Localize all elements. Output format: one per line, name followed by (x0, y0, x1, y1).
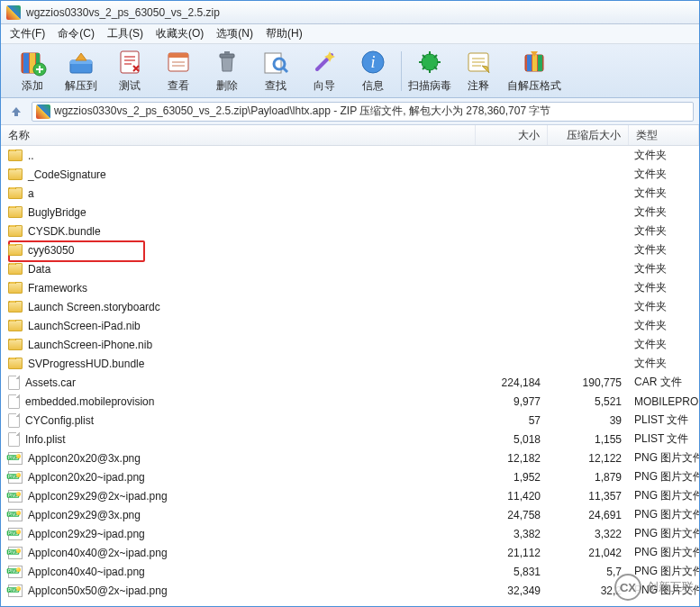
file-row[interactable]: _CodeSignature文件夹 (1, 165, 699, 184)
tool-info[interactable]: i 信息 (349, 44, 397, 97)
menu-favorites[interactable]: 收藏夹(O) (150, 24, 209, 43)
menu-help[interactable]: 帮助(H) (260, 24, 308, 43)
col-name[interactable]: 名称 (1, 125, 476, 145)
file-row[interactable]: AppIcon40x40@2x~ipad.png21,11221,042PNG … (1, 543, 699, 562)
file-type: 文件夹 (629, 167, 699, 182)
file-row[interactable]: BuglyBridge文件夹 (1, 203, 699, 222)
extract-icon (67, 48, 95, 77)
file-row[interactable]: AppIcon29x29@2x~ipad.png11,42011,357PNG … (1, 486, 699, 505)
file-row[interactable]: AppIcon20x20@3x.png12,18212,122PNG 图片文件 (1, 448, 699, 467)
file-list: ..文件夹_CodeSignature文件夹a文件夹BuglyBridge文件夹… (1, 146, 699, 600)
file-name: SVProgressHUD.bundle (28, 358, 144, 370)
tool-sfx-label: 自解压格式 (507, 78, 561, 94)
file-size: 11,420 (476, 490, 548, 503)
menu-tools[interactable]: 工具(S) (102, 24, 149, 43)
tool-virusscan[interactable]: 扫描病毒 (405, 44, 454, 97)
file-name: AppIcon29x29@2x~ipad.png (28, 490, 168, 503)
file-name: AppIcon40x40~ipad.png (28, 566, 145, 578)
file-size: 57 (476, 414, 548, 427)
file-name: AppIcon20x20@3x.png (28, 452, 141, 465)
svg-rect-20 (532, 55, 537, 71)
file-row[interactable]: cyy63050文件夹 (1, 240, 699, 259)
file-name: Frameworks (28, 282, 87, 294)
png-icon (8, 547, 23, 559)
file-type: 文件夹 (629, 148, 699, 163)
virus-icon (415, 48, 444, 77)
tool-view[interactable]: 查看 (154, 44, 203, 97)
file-row[interactable]: LaunchScreen-iPhone.nib文件夹 (1, 335, 699, 354)
folder-icon (8, 225, 23, 237)
file-row[interactable]: AppIcon50x50@2x~ipad.png32,34932,2PNG 图片… (1, 581, 699, 600)
tool-delete[interactable]: 删除 (203, 44, 251, 97)
menu-commands[interactable]: 命令(C) (52, 24, 100, 43)
file-row[interactable]: Data文件夹 (1, 259, 699, 278)
path-bar: wgzzios0330vs_2_ps_63050_vs_2.5.zip\Payl… (1, 98, 699, 125)
up-button[interactable] (6, 102, 26, 122)
file-packed: 190,775 (548, 376, 629, 389)
svg-rect-9 (168, 53, 188, 58)
file-type: PLIST 文件 (629, 412, 699, 428)
file-row[interactable]: CYConfig.plist5739PLIST 文件 (1, 411, 699, 430)
file-type: PNG 图片文件 (629, 526, 699, 541)
file-row[interactable]: AppIcon40x40~ipad.png5,8315,7PNG 图片文件 (1, 562, 699, 581)
folder-icon (8, 149, 23, 161)
file-size: 1,952 (476, 471, 548, 484)
file-packed: 24,691 (548, 509, 629, 521)
file-packed: 21,042 (548, 547, 629, 559)
file-row[interactable]: Info.plist5,0181,155PLIST 文件 (1, 430, 699, 448)
tool-comment[interactable]: 注释 (454, 44, 503, 97)
tool-add[interactable]: 添加 (8, 44, 57, 97)
png-icon (8, 490, 23, 503)
file-icon (8, 394, 20, 409)
file-row[interactable]: ..文件夹 (1, 146, 699, 165)
tool-virus-label: 扫描病毒 (408, 78, 451, 94)
file-name: Launch Screen.storyboardc (28, 301, 160, 313)
file-row[interactable]: Launch Screen.storyboardc文件夹 (1, 297, 699, 316)
view-icon (164, 48, 193, 77)
tool-add-label: 添加 (22, 78, 43, 94)
file-row[interactable]: AppIcon29x29@3x.png24,75824,691PNG 图片文件 (1, 505, 699, 524)
folder-icon (8, 339, 23, 350)
watermark: CX 创新互联 (614, 574, 694, 601)
tool-wizard[interactable]: 向导 (300, 44, 349, 97)
toolbar: 添加 解压到 测试 查看 删除 查找 向导 (1, 44, 699, 98)
file-packed: 11,357 (548, 490, 629, 503)
file-row[interactable]: embedded.mobileprovision9,9775,521MOBILE… (1, 392, 699, 411)
tool-sfx[interactable]: 自解压格式 (503, 44, 566, 97)
col-packed[interactable]: 压缩后大小 (548, 125, 629, 145)
file-row[interactable]: AppIcon20x20~ipad.png1,9521,879PNG 图片文件 (1, 467, 699, 486)
file-row[interactable]: Assets.car224,184190,775CAR 文件 (1, 373, 699, 392)
file-row[interactable]: Frameworks文件夹 (1, 278, 699, 297)
file-name: AppIcon20x20~ipad.png (28, 471, 145, 484)
menu-options[interactable]: 选项(N) (211, 24, 259, 43)
test-icon (115, 48, 144, 77)
svg-rect-11 (224, 51, 230, 54)
file-size: 5,831 (476, 566, 548, 578)
file-type: 文件夹 (629, 299, 699, 314)
svg-rect-10 (220, 54, 234, 58)
file-icon (8, 376, 20, 390)
tool-delete-label: 删除 (216, 78, 238, 94)
file-type: 文件夹 (629, 356, 699, 371)
path-field[interactable]: wgzzios0330vs_2_ps_63050_vs_2.5.zip\Payl… (32, 102, 694, 122)
tool-find[interactable]: 查找 (251, 44, 300, 97)
col-size[interactable]: 大小 (476, 125, 548, 145)
file-row[interactable]: AppIcon29x29~ipad.png3,3823,322PNG 图片文件 (1, 524, 699, 543)
file-row[interactable]: SVProgressHUD.bundle文件夹 (1, 354, 699, 373)
png-icon (8, 452, 23, 465)
info-icon: i (359, 48, 387, 77)
tool-find-label: 查找 (265, 78, 286, 94)
file-size: 3,382 (476, 528, 548, 540)
file-type: 文件夹 (629, 186, 699, 201)
menu-bar: 文件(F) 命令(C) 工具(S) 收藏夹(O) 选项(N) 帮助(H) (1, 24, 699, 44)
file-type: PNG 图片文件 (629, 545, 699, 560)
file-row[interactable]: LaunchScreen-iPad.nib文件夹 (1, 316, 699, 335)
col-type[interactable]: 类型 (629, 125, 699, 145)
tool-extract[interactable]: 解压到 (57, 44, 105, 97)
file-row[interactable]: a文件夹 (1, 184, 699, 203)
archive-icon (36, 104, 50, 119)
file-name: .. (28, 149, 34, 162)
tool-test[interactable]: 测试 (105, 44, 154, 97)
menu-file[interactable]: 文件(F) (5, 24, 50, 43)
file-row[interactable]: CYSDK.bundle文件夹 (1, 222, 699, 240)
